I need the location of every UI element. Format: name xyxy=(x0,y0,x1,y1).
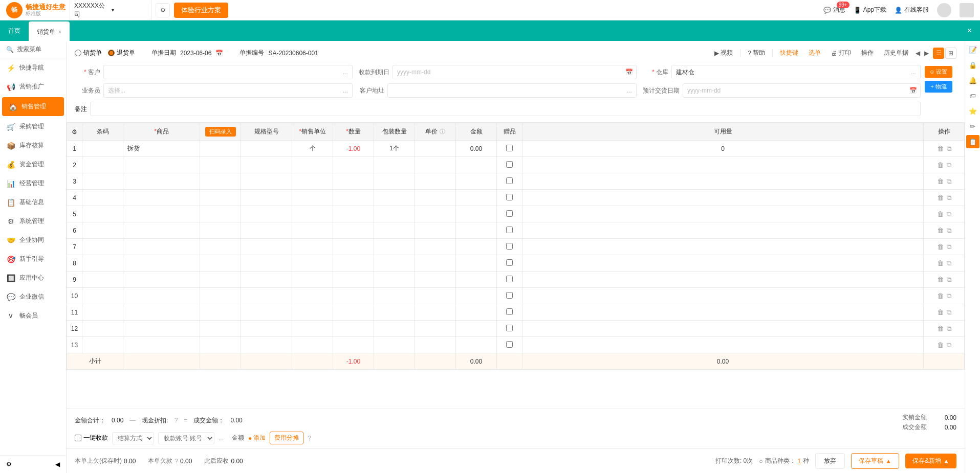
operation-btn[interactable]: 操作 xyxy=(858,47,877,59)
row-barcode[interactable] xyxy=(82,173,123,190)
row-price[interactable] xyxy=(415,272,456,288)
delete-icon[interactable]: 🗑 xyxy=(937,259,944,267)
grid-view-btn[interactable]: ⊞ xyxy=(945,48,956,59)
row-qty[interactable] xyxy=(333,321,374,337)
row-spec[interactable] xyxy=(241,239,292,255)
row-pkg-qty[interactable] xyxy=(374,255,415,272)
print-btn[interactable]: 🖨 打印 xyxy=(828,47,854,59)
delete-icon[interactable]: 🗑 xyxy=(937,145,944,153)
row-price[interactable] xyxy=(415,173,456,190)
row-gift[interactable] xyxy=(497,173,522,190)
row-amount[interactable] xyxy=(456,321,497,337)
row-price[interactable] xyxy=(415,206,456,222)
row-gift[interactable] xyxy=(497,206,522,222)
row-pkg-qty[interactable] xyxy=(374,272,415,288)
row-spec[interactable] xyxy=(241,272,292,288)
right-panel-tag-btn[interactable]: 🏷 xyxy=(966,89,979,102)
row-price[interactable] xyxy=(415,141,456,157)
row-qty[interactable] xyxy=(333,304,374,321)
sidebar-settings-icon[interactable]: ⚙ xyxy=(6,461,12,468)
select-btn[interactable]: 选单 xyxy=(805,47,824,59)
right-panel-lock-btn[interactable]: 🔒 xyxy=(966,58,979,72)
payment-account-select[interactable]: 收款账号 账号 xyxy=(158,432,214,444)
row-qty[interactable] xyxy=(333,206,374,222)
help-btn[interactable]: ? 帮助 xyxy=(745,47,768,59)
message-button[interactable]: 💬 消息 99+ xyxy=(823,6,845,14)
sidebar-search[interactable]: 🔍 搜索菜单 xyxy=(0,41,66,58)
sidebar-item-operations[interactable]: 📊 经营管理 xyxy=(0,174,66,193)
delete-icon[interactable]: 🗑 xyxy=(937,276,944,284)
row-spec[interactable] xyxy=(241,255,292,272)
row-unit[interactable] xyxy=(292,173,333,190)
delete-icon[interactable]: 🗑 xyxy=(937,210,944,218)
shortcut-btn[interactable]: 快捷键 xyxy=(777,47,801,59)
row-price[interactable] xyxy=(415,288,456,304)
list-view-btn[interactable]: ☰ xyxy=(933,48,944,59)
gift-checkbox[interactable] xyxy=(506,259,513,266)
history-btn[interactable]: 历史单据 xyxy=(881,47,911,59)
copy-icon[interactable]: ⧉ xyxy=(947,276,951,284)
save-new-button[interactable]: 保存&新增 ▲ xyxy=(905,454,956,468)
row-barcode[interactable] xyxy=(82,157,123,173)
row-product[interactable] xyxy=(123,288,200,304)
row-spec[interactable] xyxy=(241,321,292,337)
row-product[interactable] xyxy=(123,173,200,190)
row-pkg-qty[interactable] xyxy=(374,157,415,173)
row-barcode[interactable] xyxy=(82,255,123,272)
row-gift[interactable] xyxy=(497,304,522,321)
copy-icon[interactable]: ⧉ xyxy=(947,227,951,235)
row-barcode[interactable] xyxy=(82,321,123,337)
sidebar-item-collab[interactable]: 🤝 企业协同 xyxy=(0,231,66,250)
row-price[interactable] xyxy=(415,190,456,206)
row-qty[interactable] xyxy=(333,239,374,255)
trial-button[interactable]: 体验行业方案 xyxy=(174,3,228,18)
tab-sales-order[interactable]: 销货单 × xyxy=(29,21,70,42)
row-gift[interactable] xyxy=(497,239,522,255)
row-barcode[interactable] xyxy=(82,288,123,304)
row-amount[interactable] xyxy=(456,255,497,272)
warehouse-input[interactable]: 建材仓 ... xyxy=(671,65,921,79)
customer-input[interactable]: ... xyxy=(103,65,353,79)
online-service-button[interactable]: 👤 在线客服 xyxy=(895,6,929,14)
sidebar-item-guide[interactable]: 🎯 新手引导 xyxy=(0,250,66,268)
row-qty[interactable] xyxy=(333,222,374,239)
calendar-icon[interactable]: 📅 xyxy=(215,50,223,57)
row-qty[interactable] xyxy=(333,255,374,272)
payment-method-select[interactable]: 结算方式 xyxy=(112,432,154,444)
delete-icon[interactable]: 🗑 xyxy=(937,161,944,169)
sidebar-item-sales[interactable]: 🏠 销售管理 xyxy=(2,97,64,116)
payment-checkbox[interactable] xyxy=(75,435,81,441)
row-pkg-qty[interactable] xyxy=(374,222,415,239)
gift-checkbox[interactable] xyxy=(506,145,513,151)
row-spec[interactable] xyxy=(241,206,292,222)
row-gift[interactable] xyxy=(497,288,522,304)
row-spec[interactable] xyxy=(241,304,292,321)
row-unit[interactable] xyxy=(292,337,333,353)
row-amount[interactable] xyxy=(456,190,497,206)
one-click-payment[interactable]: 一键收款 xyxy=(75,434,108,442)
row-qty[interactable] xyxy=(333,272,374,288)
row-barcode[interactable] xyxy=(82,304,123,321)
customer-addr-input[interactable]: ... xyxy=(387,83,637,98)
avatar[interactable] xyxy=(937,3,951,17)
copy-icon[interactable]: ⧉ xyxy=(947,243,951,251)
delete-icon[interactable]: 🗑 xyxy=(937,341,944,349)
row-gift[interactable] xyxy=(497,272,522,288)
row-unit[interactable] xyxy=(292,190,333,206)
row-qty[interactable] xyxy=(333,157,374,173)
row-unit[interactable] xyxy=(292,157,333,173)
copy-icon[interactable]: ⧉ xyxy=(947,292,951,300)
row-qty[interactable] xyxy=(333,190,374,206)
row-pkg-qty[interactable] xyxy=(374,321,415,337)
sidebar-collapse-icon[interactable]: ◀ xyxy=(55,461,60,468)
delete-icon[interactable]: 🗑 xyxy=(937,292,944,300)
row-product[interactable] xyxy=(123,157,200,173)
table-settings-icon[interactable]: ⚙ xyxy=(72,128,77,136)
row-qty[interactable] xyxy=(333,337,374,353)
row-price[interactable] xyxy=(415,255,456,272)
row-product[interactable] xyxy=(123,272,200,288)
video-btn[interactable]: ▶ 视频 xyxy=(711,47,736,59)
prev-icon[interactable]: ◀ xyxy=(916,50,920,57)
row-price[interactable] xyxy=(415,337,456,353)
delete-icon[interactable]: 🗑 xyxy=(937,325,944,333)
